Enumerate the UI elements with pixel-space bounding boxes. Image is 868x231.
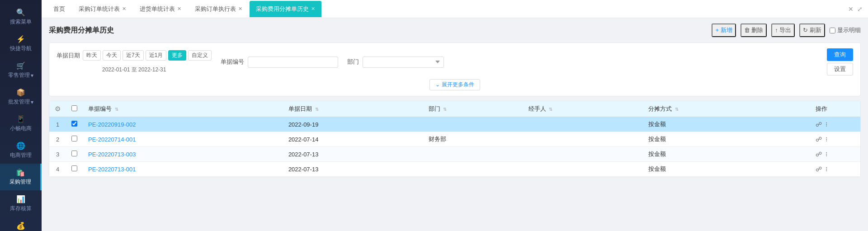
more-action-icon[interactable]: ⁝ bbox=[826, 165, 827, 173]
action-cell: ☍ ⁝ bbox=[783, 132, 860, 147]
edit-icon[interactable]: ☍ bbox=[816, 136, 822, 143]
sidebar-item-label: 快捷导航 bbox=[10, 45, 32, 52]
more-action-icon[interactable]: ⁝ bbox=[826, 136, 827, 143]
tab-close-icon[interactable]: ✕ bbox=[238, 6, 242, 12]
more-btn[interactable]: 更多 bbox=[168, 50, 186, 61]
export-button[interactable]: ↑ 导出 bbox=[771, 24, 795, 37]
tab-goods-in-stats[interactable]: 进货单统计表 ✕ bbox=[133, 1, 188, 17]
doc-date-cell: 2022-09-19 bbox=[283, 117, 423, 132]
sort-icon[interactable]: ⇅ bbox=[315, 107, 319, 112]
doc-no-label: 单据编号 bbox=[221, 58, 244, 66]
sidebar-item-miniapp[interactable]: 📱 小畅电商 bbox=[0, 110, 42, 137]
tab-purchase-fee-history[interactable]: 采购费用分摊单历史 ✕ bbox=[250, 1, 321, 17]
more-action-icon[interactable]: ⁝ bbox=[826, 121, 827, 128]
search-button[interactable]: 查询 bbox=[827, 48, 853, 61]
doc-no-link[interactable]: PE-20220713-003 bbox=[88, 151, 136, 158]
page-title: 采购费用分摊单历史 bbox=[49, 26, 114, 35]
dept-column-header: 部门 ⇅ bbox=[423, 101, 523, 117]
row-checkbox[interactable] bbox=[71, 151, 77, 156]
edit-icon[interactable]: ☍ bbox=[816, 165, 822, 173]
page-area: 采购费用分摊单历史 + 新增 🗑 删除 ↑ 导出 ↻ 刷新 显示明细 单据日期 bbox=[42, 18, 868, 231]
sidebar-item-shortcut[interactable]: ⚡ 快捷导航 bbox=[0, 30, 42, 57]
sidebar-item-finance[interactable]: 💰 资金管理 bbox=[0, 217, 42, 231]
edit-icon[interactable]: ☍ bbox=[816, 151, 822, 158]
dept-cell: 财务部 bbox=[423, 132, 523, 147]
maximize-window-icon[interactable]: ⤢ bbox=[857, 5, 863, 13]
tab-close-icon[interactable]: ✕ bbox=[122, 6, 126, 12]
edit-icon[interactable]: ☍ bbox=[816, 121, 822, 128]
sidebar-item-label: 库存核算 bbox=[10, 205, 32, 212]
more-action-icon[interactable]: ⁝ bbox=[826, 151, 827, 158]
table-row: 2 PE-20220714-001 2022-07-14 财务部 按金额 bbox=[49, 132, 860, 147]
show-col-label: 显示明细 bbox=[830, 26, 861, 34]
sidebar-item-label: 搜索菜单 bbox=[10, 18, 32, 26]
setting-button[interactable]: 设置 bbox=[827, 63, 853, 75]
date-shortcuts: 昨天 今天 近7天 近1月 更多 自定义 bbox=[83, 50, 212, 61]
expand-more-button[interactable]: ⌄ 展开更多条件 bbox=[429, 79, 480, 90]
add-button[interactable]: + 新增 bbox=[712, 24, 736, 37]
purchase-icon: 🛍️ bbox=[16, 168, 25, 177]
dept-label: 部门 bbox=[347, 58, 359, 66]
row-number: 2 bbox=[49, 132, 66, 147]
sidebar-item-ecommerce[interactable]: 🌐 电商管理 bbox=[0, 137, 42, 164]
tab-purchase-order-stats[interactable]: 采购订单统计表 ✕ bbox=[72, 1, 132, 17]
sidebar-item-label: 小畅电商 bbox=[10, 125, 32, 132]
dept-cell bbox=[423, 162, 523, 177]
sidebar-item-retail[interactable]: 🛒 零售管理 ▾ bbox=[0, 57, 42, 84]
sort-icon[interactable]: ⇅ bbox=[549, 107, 552, 112]
doc-date-column-header: 单据日期 ⇅ bbox=[283, 101, 423, 117]
split-method-cell: 按金额 bbox=[643, 117, 783, 132]
table-body: 1 PE-20220919-002 2022-09-19 按金额 bbox=[49, 117, 860, 177]
toolbar: + 新增 🗑 删除 ↑ 导出 ↻ 刷新 显示明细 bbox=[712, 24, 861, 37]
yesterday-btn[interactable]: 昨天 bbox=[83, 50, 101, 61]
checkbox-column-header bbox=[66, 101, 83, 117]
last7days-btn[interactable]: 近7天 bbox=[123, 50, 144, 61]
dept-select[interactable] bbox=[363, 57, 444, 68]
doc-no-cell: PE-20220919-002 bbox=[83, 117, 283, 132]
sort-icon[interactable]: ⇅ bbox=[675, 107, 679, 112]
doc-no-input[interactable] bbox=[248, 57, 338, 68]
action-column-header: 操作 bbox=[783, 101, 860, 117]
tab-home[interactable]: 首页 bbox=[47, 1, 71, 17]
operator-cell bbox=[523, 117, 643, 132]
chevron-down-icon: ▾ bbox=[31, 72, 33, 79]
sidebar-item-wholesale[interactable]: 📦 批发管理 ▾ bbox=[0, 84, 42, 110]
sidebar-item-inventory[interactable]: 📊 库存核算 bbox=[0, 190, 42, 217]
operator-cell bbox=[523, 147, 643, 162]
miniapp-icon: 📱 bbox=[16, 115, 25, 123]
close-window-icon[interactable]: ✕ bbox=[848, 5, 854, 13]
show-col-checkbox[interactable] bbox=[830, 28, 835, 33]
row-checkbox[interactable] bbox=[71, 136, 77, 141]
doc-no-link[interactable]: PE-20220714-001 bbox=[88, 136, 136, 143]
doc-no-link[interactable]: PE-20220713-001 bbox=[88, 166, 136, 173]
doc-no-link[interactable]: PE-20220919-002 bbox=[88, 121, 136, 128]
tab-close-icon[interactable]: ✕ bbox=[177, 6, 181, 12]
refresh-button[interactable]: ↻ 刷新 bbox=[799, 24, 825, 37]
row-checkbox[interactable] bbox=[71, 165, 77, 171]
sidebar-item-purchase[interactable]: 🛍️ 采购管理 bbox=[0, 164, 42, 190]
main-content: 首页 采购订单统计表 ✕ 进货单统计表 ✕ 采购订单执行表 ✕ 采购费用分摊单历… bbox=[42, 0, 868, 231]
tab-label: 采购费用分摊单历史 bbox=[256, 5, 309, 13]
sort-icon[interactable]: ⇅ bbox=[115, 107, 118, 112]
sort-icon[interactable]: ⇅ bbox=[443, 107, 447, 112]
today-btn[interactable]: 今天 bbox=[103, 50, 121, 61]
action-cell: ☍ ⁝ bbox=[783, 117, 860, 132]
doc-no-column-header: 单据编号 ⇅ bbox=[83, 101, 283, 117]
row-checkbox[interactable] bbox=[71, 121, 77, 127]
dept-cell bbox=[423, 147, 523, 162]
gear-column-header[interactable]: ⚙ bbox=[49, 101, 66, 117]
row-number: 3 bbox=[49, 147, 66, 162]
delete-button[interactable]: 🗑 删除 bbox=[741, 24, 767, 37]
date-range-display: 2022-01-01 至 2022-12-31 bbox=[102, 66, 166, 74]
tab-bar-controls: ✕ ⤢ bbox=[848, 5, 863, 13]
custom-btn[interactable]: 自定义 bbox=[188, 50, 212, 61]
operator-column-header: 经手人 ⇅ bbox=[523, 101, 643, 117]
tab-label: 进货单统计表 bbox=[140, 5, 175, 13]
select-all-checkbox[interactable] bbox=[71, 105, 77, 111]
settings-gear-icon[interactable]: ⚙ bbox=[55, 105, 61, 113]
tab-close-icon[interactable]: ✕ bbox=[311, 6, 315, 12]
tab-purchase-order-exec[interactable]: 采购订单执行表 ✕ bbox=[189, 1, 249, 17]
data-table: ⚙ 单据编号 ⇅ 单据日期 ⇅ bbox=[49, 101, 861, 177]
last1month-btn[interactable]: 近1月 bbox=[146, 50, 167, 61]
sidebar-item-search[interactable]: 🔍 搜索菜单 bbox=[0, 4, 42, 30]
